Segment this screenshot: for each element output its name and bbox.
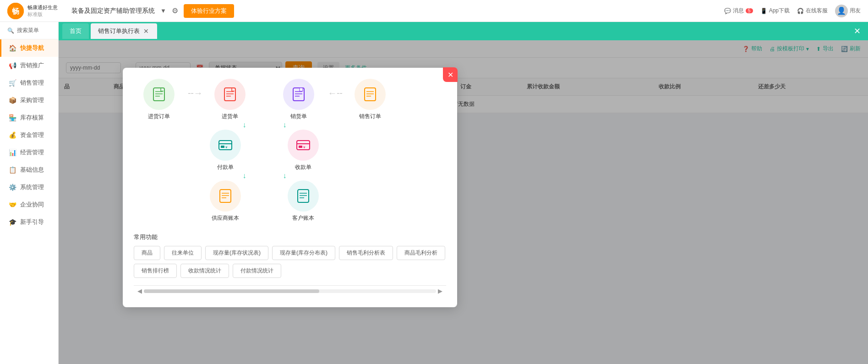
customer-circle bbox=[288, 180, 319, 212]
main-area: 🔍 搜索菜单 🏠 快捷导航 📢 营销推广 🛒 销售管理 📦 采购管理 🏪 bbox=[0, 22, 868, 364]
logo-area: 畅 畅康通好生意 标准版 bbox=[7, 3, 66, 19]
sidebar-label-4: 库存核算 bbox=[20, 114, 44, 122]
flow-node-sales-order[interactable]: 销售订单 bbox=[345, 79, 395, 120]
svg-text:畅: 畅 bbox=[12, 7, 19, 15]
flow-node-supplier-ledger[interactable]: 供应商账本 bbox=[200, 180, 251, 222]
modal-overlay[interactable]: ✕ 进货 bbox=[59, 40, 868, 364]
operations-icon: 📊 bbox=[9, 149, 16, 156]
sidebar: 🔍 搜索菜单 🏠 快捷导航 📢 营销推广 🛒 销售管理 📦 采购管理 🏪 bbox=[0, 22, 59, 364]
tab-close-btn[interactable]: ✕ bbox=[142, 27, 150, 35]
scroll-left-arrow[interactable]: ◀ bbox=[137, 288, 142, 294]
service-icon: 🎧 bbox=[797, 8, 804, 14]
scroll-right-arrow[interactable]: ▶ bbox=[438, 288, 442, 294]
service-label: 在线客服 bbox=[806, 7, 828, 15]
func-btn-3[interactable]: 现存量(库存分布表) bbox=[272, 246, 335, 260]
arrow-down-4: ↓ bbox=[273, 171, 395, 180]
content-body: ❓ 帮助 🖨 按模板打印 ▾ ⬆ 导出 🔄 bbox=[59, 40, 868, 364]
func-btn-5[interactable]: 商品毛利分析 bbox=[397, 246, 445, 260]
flow-row-2: 销货单 ← - - 销售订单 bbox=[273, 79, 395, 120]
message-icon: 💬 bbox=[724, 8, 731, 14]
func-btn-8[interactable]: 付款情况统计 bbox=[233, 264, 281, 278]
receipt-row: ¥ 收款单 bbox=[273, 130, 395, 171]
tab-sales-order[interactable]: 销售订单执行表 ✕ bbox=[91, 23, 157, 39]
sidebar-item-guide[interactable]: 🎓 新手引导 bbox=[0, 213, 58, 231]
supplier-circle bbox=[210, 180, 241, 212]
message-action[interactable]: 💬 消息 5 bbox=[724, 7, 753, 15]
payment-circle: ¥ bbox=[210, 130, 241, 161]
flow-section: 进货订单 - - → 进货单 bbox=[134, 79, 446, 222]
service-action[interactable]: 🎧 在线客服 bbox=[797, 7, 828, 15]
purchase-bill-label: 进货单 bbox=[222, 113, 238, 120]
tab-home-label: 首页 bbox=[70, 27, 82, 35]
sidebar-label-2: 销售管理 bbox=[20, 79, 44, 87]
purchase-icon: 📦 bbox=[9, 97, 16, 104]
close-all-icon[interactable]: ✕ bbox=[850, 26, 864, 36]
sidebar-item-marketing[interactable]: 📢 营销推广 bbox=[0, 57, 58, 74]
tab-home[interactable]: 首页 bbox=[62, 23, 89, 39]
svg-rect-6 bbox=[224, 88, 235, 101]
modal-close-btn[interactable]: ✕ bbox=[443, 67, 458, 82]
sidebar-label-7: 基础信息 bbox=[20, 166, 44, 174]
scrollbar[interactable]: ◀ ▶ bbox=[134, 285, 446, 296]
flow-node-purchase-order[interactable]: 进货订单 bbox=[134, 79, 184, 120]
message-label: 消息 bbox=[733, 7, 744, 15]
svg-text:¥: ¥ bbox=[303, 145, 306, 149]
sidebar-item-operations[interactable]: 📊 经营管理 bbox=[0, 144, 58, 161]
flow-node-receipt[interactable]: ¥ 收款单 bbox=[278, 130, 328, 171]
sidebar-item-purchase[interactable]: 📦 采购管理 bbox=[0, 92, 58, 109]
gear-icon[interactable]: ⚙ bbox=[172, 6, 178, 15]
func-btn-4[interactable]: 销售毛利分析表 bbox=[339, 246, 393, 260]
dropdown-icon[interactable]: ▼ bbox=[160, 7, 166, 14]
svg-rect-23 bbox=[365, 88, 376, 101]
arrow-down-receipt: ↓ bbox=[283, 120, 286, 130]
top-actions: 💬 消息 5 📱 App下载 🎧 在线客服 👤 用友 bbox=[724, 5, 861, 17]
func-buttons: 商品 往来单位 现存量(库存状况表) 现存量(库存分布表) 销售毛利分析表 商品… bbox=[134, 246, 446, 260]
sidebar-label-1: 营销推广 bbox=[20, 61, 44, 70]
basic-info-icon: 📋 bbox=[9, 166, 16, 174]
purchase-order-circle bbox=[143, 79, 175, 110]
user-action[interactable]: 👤 用友 bbox=[835, 5, 861, 17]
flow-row-1: 进货订单 - - → 进货单 bbox=[134, 79, 255, 120]
sidebar-item-system[interactable]: ⚙️ 系统管理 bbox=[0, 179, 58, 196]
modal-box: ✕ 进货 bbox=[123, 68, 457, 307]
app-download-action[interactable]: 📱 App下载 bbox=[760, 7, 790, 15]
func-btn-6[interactable]: 销售排行榜 bbox=[134, 264, 177, 278]
search-menu[interactable]: 🔍 搜索菜单 bbox=[0, 22, 58, 39]
arrow-down-1: ↓ bbox=[134, 120, 255, 130]
purchase-order-label: 进货订单 bbox=[148, 113, 170, 120]
logo-subtext: 畅康通好生意 bbox=[27, 4, 58, 11]
sidebar-item-quick-nav[interactable]: 🏠 快捷导航 bbox=[0, 39, 58, 57]
func-btn-2[interactable]: 现存量(库存状况表) bbox=[205, 246, 268, 260]
flow-node-payment[interactable]: ¥ 付款单 bbox=[200, 130, 251, 171]
sales-order-circle bbox=[355, 79, 386, 110]
sidebar-item-enterprise[interactable]: 🤝 企业协同 bbox=[0, 196, 58, 213]
func-buttons-2: 销售排行榜 收款情况统计 付款情况统计 bbox=[134, 264, 446, 278]
search-icon: 🔍 bbox=[7, 27, 14, 34]
logo-text: 畅康通好生意 标准版 bbox=[27, 4, 58, 17]
sidebar-item-inventory[interactable]: 🏪 库存核算 bbox=[0, 109, 58, 126]
avatar: 👤 bbox=[835, 5, 848, 17]
top-bar: 畅 畅康通好生意 标准版 装备及固定资产辅助管理系统 ▼ ⚙ 体验行业方案 💬 … bbox=[0, 0, 868, 22]
right-flow: 销货单 ← - - 销售订单 bbox=[273, 79, 395, 222]
sales-bill-label: 销货单 bbox=[290, 113, 307, 120]
payment-row: ¥ 付款单 bbox=[134, 130, 255, 171]
experience-btn[interactable]: 体验行业方案 bbox=[184, 4, 234, 18]
flow-node-sales-bill[interactable]: 销货单 bbox=[273, 79, 324, 120]
sidebar-item-sales[interactable]: 🛒 销售管理 bbox=[0, 74, 58, 92]
payment-label: 付款单 bbox=[217, 163, 234, 171]
sidebar-label-9: 企业协同 bbox=[20, 201, 44, 209]
system-title: 装备及固定资产辅助管理系统 bbox=[71, 7, 155, 15]
app-label: App下载 bbox=[769, 7, 790, 15]
customer-ledger-label: 客户账本 bbox=[292, 214, 314, 222]
func-btn-7[interactable]: 收款情况统计 bbox=[180, 264, 229, 278]
flow-node-customer-ledger[interactable]: 客户账本 bbox=[278, 180, 328, 222]
arrow-left-1: ← - - bbox=[328, 88, 341, 98]
flow-node-purchase-bill[interactable]: 进货单 bbox=[205, 79, 255, 120]
content-area: 首页 销售订单执行表 ✕ ✕ ❓ 帮助 bbox=[59, 22, 868, 364]
sidebar-item-finance[interactable]: 💰 资金管理 bbox=[0, 126, 58, 144]
sidebar-item-basic-info[interactable]: 📋 基础信息 bbox=[0, 161, 58, 179]
sales-bill-circle bbox=[283, 79, 314, 110]
supplier-ledger-label: 供应商账本 bbox=[212, 214, 239, 222]
func-btn-0[interactable]: 商品 bbox=[134, 246, 160, 260]
func-btn-1[interactable]: 往来单位 bbox=[164, 246, 202, 260]
